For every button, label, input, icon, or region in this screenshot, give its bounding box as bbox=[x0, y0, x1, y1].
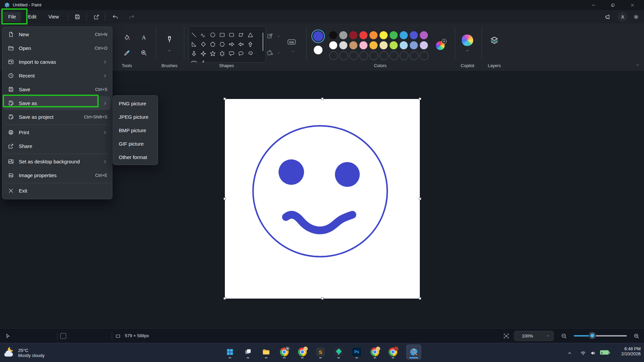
weather-widget[interactable]: 25°C Mostly cloudy bbox=[3, 346, 45, 360]
taskbar-sublime-text-icon[interactable]: S bbox=[313, 345, 328, 359]
color-swatch-empty[interactable] bbox=[410, 51, 418, 60]
color-swatch-empty[interactable] bbox=[339, 51, 348, 60]
color-swatch-2-7[interactable] bbox=[400, 41, 408, 49]
shape-diamond[interactable] bbox=[199, 40, 208, 49]
shape-hexagon[interactable] bbox=[217, 40, 227, 49]
color-swatch-2-4[interactable] bbox=[369, 41, 378, 49]
foreground-color-swatch[interactable] bbox=[313, 31, 323, 41]
texture-dropdown-chevron-icon[interactable] bbox=[289, 49, 297, 54]
taskbar-photoshop-icon[interactable]: Ps bbox=[349, 345, 364, 359]
submenu-item-bmp-picture[interactable]: BMP picture bbox=[114, 123, 156, 137]
drawing-canvas[interactable] bbox=[225, 99, 420, 299]
color-swatch-empty[interactable] bbox=[390, 51, 398, 60]
shape-arrow-right[interactable] bbox=[227, 40, 236, 49]
color-swatch-empty[interactable] bbox=[369, 51, 378, 60]
zoom-out-button[interactable] bbox=[560, 332, 568, 340]
shape-triangle[interactable] bbox=[246, 30, 255, 40]
selection-handle[interactable] bbox=[224, 198, 226, 200]
shape-speech-bubble[interactable] bbox=[227, 49, 236, 58]
color-swatch-1-6[interactable] bbox=[390, 31, 398, 39]
minimize-button[interactable] bbox=[586, 0, 601, 10]
color-swatch-empty[interactable] bbox=[400, 51, 408, 60]
selection-handle[interactable] bbox=[419, 297, 421, 300]
shape-arrow-down[interactable] bbox=[189, 49, 199, 58]
clock-widget[interactable]: 6:48 PM 2/10/2026 bbox=[621, 343, 641, 362]
zoom-in-button[interactable] bbox=[632, 332, 640, 340]
shape-lightning[interactable] bbox=[199, 58, 208, 63]
color-swatch-1-3[interactable] bbox=[359, 31, 367, 39]
taskbar-chrome-profile-1-icon[interactable]: R bbox=[277, 345, 292, 359]
color-swatch-2-8[interactable] bbox=[410, 41, 418, 49]
shape-line[interactable] bbox=[189, 30, 199, 40]
redo-button[interactable] bbox=[126, 11, 137, 22]
color-swatch-2-3[interactable] bbox=[359, 41, 367, 49]
tray-chevron-up-icon[interactable] bbox=[565, 349, 574, 357]
shapes-scrollbar[interactable] bbox=[262, 33, 263, 51]
shape-star-5[interactable] bbox=[208, 49, 217, 58]
color-swatch-2-9[interactable] bbox=[420, 41, 428, 49]
taskbar-start-icon[interactable] bbox=[222, 345, 237, 359]
taskbar-chrome-profile-4-icon[interactable] bbox=[386, 345, 400, 359]
color-swatch-1-9[interactable] bbox=[420, 31, 428, 39]
color-swatch-2-0[interactable] bbox=[329, 41, 337, 49]
color-swatch-1-0[interactable] bbox=[329, 31, 337, 39]
color-swatch-1-7[interactable] bbox=[400, 31, 408, 39]
color-swatch-1-8[interactable] bbox=[410, 31, 418, 39]
file-menu-item-print[interactable]: Print bbox=[4, 125, 110, 139]
texture-button[interactable] bbox=[287, 37, 297, 48]
save-button[interactable] bbox=[72, 11, 83, 22]
shape-polygon[interactable] bbox=[236, 30, 246, 40]
magnifier-tool[interactable] bbox=[138, 47, 150, 59]
volume-icon[interactable] bbox=[589, 349, 597, 357]
taskbar-file-explorer-icon[interactable] bbox=[259, 345, 274, 359]
selection-handle[interactable] bbox=[224, 297, 226, 300]
feedback-megaphone-button[interactable] bbox=[602, 11, 613, 22]
shape-ellipse[interactable] bbox=[208, 30, 217, 40]
close-button[interactable] bbox=[625, 0, 640, 10]
shape-heart[interactable] bbox=[189, 58, 199, 63]
shape-arrow-left[interactable] bbox=[236, 40, 246, 49]
shape-star-6[interactable] bbox=[217, 49, 227, 58]
share-button[interactable] bbox=[91, 11, 102, 22]
file-menu-item-new[interactable]: NewCtrl+N bbox=[4, 28, 110, 41]
file-menu-item-exit[interactable]: Exit bbox=[4, 184, 110, 198]
background-color-swatch[interactable] bbox=[314, 46, 323, 54]
submenu-item-other-format[interactable]: Other format bbox=[114, 150, 156, 164]
color-swatch-empty[interactable] bbox=[359, 51, 368, 60]
shape-outline-button[interactable] bbox=[266, 32, 281, 41]
text-tool[interactable]: A bbox=[138, 32, 150, 44]
shape-fill-button[interactable] bbox=[266, 49, 281, 58]
color-swatch-1-4[interactable] bbox=[369, 31, 378, 39]
file-menu-item-open[interactable]: OpenCtrl+O bbox=[4, 41, 110, 55]
color-swatch-1-2[interactable] bbox=[349, 31, 357, 39]
brushes-button[interactable] bbox=[163, 33, 176, 46]
taskbar-filmora-icon[interactable]: w bbox=[331, 345, 346, 359]
color-swatch-1-1[interactable] bbox=[339, 31, 347, 39]
collapse-ribbon-chevron-icon[interactable] bbox=[634, 62, 642, 68]
view-menu-button[interactable]: View bbox=[44, 12, 63, 22]
settings-button[interactable] bbox=[631, 11, 641, 22]
file-menu-item-share[interactable]: Share bbox=[4, 139, 110, 153]
copilot-icon[interactable] bbox=[462, 35, 473, 46]
file-menu-item-set-as-desktop-background[interactable]: Set as desktop background bbox=[4, 155, 110, 168]
shape-pentagon[interactable] bbox=[208, 40, 217, 49]
zoom-level-select[interactable]: 100% bbox=[514, 331, 554, 341]
color-picker-tool[interactable] bbox=[121, 47, 133, 59]
shape-arrow-up[interactable] bbox=[246, 40, 255, 49]
taskbar-chrome-profile-2-icon[interactable] bbox=[295, 345, 310, 359]
selection-handle[interactable] bbox=[321, 98, 324, 100]
color-swatch-2-5[interactable] bbox=[380, 41, 388, 49]
file-menu-item-recent[interactable]: Recent bbox=[4, 69, 110, 83]
file-menu-item-image-properties[interactable]: Image propertiesCtrl+E bbox=[4, 168, 110, 182]
file-menu-item-save-as-project[interactable]: Save as projectCtrl+Shift+S bbox=[4, 110, 110, 124]
taskbar-paint-icon[interactable] bbox=[406, 345, 421, 359]
copilot-dropdown-chevron-icon[interactable] bbox=[464, 48, 471, 53]
zoom-slider-thumb[interactable] bbox=[589, 332, 596, 339]
taskbar-chrome-profile-3-icon[interactable] bbox=[367, 345, 382, 359]
file-menu-item-save[interactable]: SaveCtrl+S bbox=[4, 83, 110, 96]
color-swatch-empty[interactable] bbox=[329, 51, 338, 60]
file-menu-item-import-to-canvas[interactable]: Import to canvas bbox=[4, 55, 110, 69]
undo-button[interactable] bbox=[110, 11, 120, 22]
taskbar-task-view-icon[interactable] bbox=[241, 345, 255, 359]
battery-icon[interactable] bbox=[600, 350, 609, 355]
